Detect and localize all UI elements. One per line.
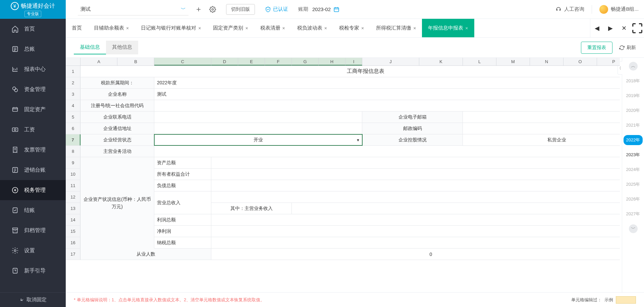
asset-total-value[interactable] (211, 157, 620, 168)
gear-icon[interactable] (209, 6, 216, 13)
add-icon[interactable] (195, 6, 202, 13)
col-header-E[interactable]: E (238, 58, 265, 65)
refresh-button[interactable]: 刷新 (619, 45, 636, 51)
col-header-P[interactable]: P (597, 58, 620, 65)
year-2023年[interactable]: 2023年 (622, 150, 644, 160)
close-icon[interactable]: × (126, 26, 129, 31)
col-header-D[interactable]: D (211, 58, 238, 65)
row-header-1[interactable]: 1 (66, 66, 80, 77)
address-value[interactable] (154, 123, 362, 134)
main-revenue-value[interactable] (292, 203, 620, 214)
postcode-value[interactable] (463, 123, 620, 134)
status-value-dropdown[interactable]: 开业 (154, 134, 362, 145)
year-2019年[interactable]: 2019年 (622, 91, 644, 101)
liability-value[interactable] (211, 180, 620, 191)
sidebar-item-funds[interactable]: 资金管理 (0, 79, 66, 99)
tab-3[interactable]: 税表清册× (254, 19, 291, 37)
col-header-F[interactable]: F (265, 58, 292, 65)
tab-0[interactable]: 目辅助余额表× (88, 19, 135, 37)
spreadsheet[interactable]: ABCDEFGHIJKLMNOPQ 1工商年报信息表2税款所属期间：2022年度… (66, 58, 620, 292)
reg-code-value[interactable] (154, 100, 620, 111)
close-icon[interactable]: × (245, 26, 248, 31)
col-header-O[interactable]: O (564, 58, 597, 65)
col-header-G[interactable]: G (292, 58, 319, 65)
company-name-value[interactable]: 测试 (154, 89, 620, 100)
col-header-B[interactable]: B (117, 58, 154, 65)
close-icon[interactable]: × (198, 26, 201, 31)
row-header-3[interactable]: 3 (66, 89, 80, 100)
period-value-cell[interactable]: 2022年度 (154, 77, 620, 88)
year-2025年[interactable]: 2025年 (622, 179, 644, 189)
row-header-8[interactable]: 8 (66, 146, 80, 157)
equity-value[interactable] (211, 169, 620, 180)
close-icon[interactable]: × (324, 26, 327, 31)
year-2021年[interactable]: 2021年 (622, 120, 644, 130)
sidebar-item-invoice[interactable]: 发票管理 (0, 140, 66, 160)
year-up-button[interactable]: ︿ (629, 62, 638, 71)
year-down-button[interactable]: ﹀ (629, 224, 638, 233)
row-header-6[interactable]: 6 (66, 123, 80, 134)
tab-6[interactable]: 所得税汇算清缴× (370, 19, 422, 37)
row-header-9[interactable]: 9 (66, 157, 80, 169)
unpin-button[interactable]: 取消固定 (0, 292, 66, 307)
row-header-4[interactable]: 4 (66, 100, 80, 111)
email-value[interactable] (463, 112, 620, 123)
sidebar-item-close[interactable]: 结账 (0, 200, 66, 220)
year-2022年[interactable]: 2022年 (624, 135, 643, 145)
reset-report-button[interactable]: 重置报表 (581, 42, 612, 54)
fullscreen-button[interactable] (631, 19, 644, 38)
main-biz-value[interactable] (154, 146, 620, 157)
sidebar-item-tax[interactable]: 税务管理 (0, 180, 66, 200)
sidebar-item-inout[interactable]: 进销台账 (0, 160, 66, 180)
row-header-5[interactable]: 5 (66, 112, 80, 123)
year-2024年[interactable]: 2024年 (622, 165, 644, 175)
row-header-13[interactable]: 13 (66, 203, 80, 214)
col-header-M[interactable]: M (496, 58, 530, 65)
sidebar-item-asset[interactable]: 固定资产 (0, 99, 66, 120)
tab-7[interactable]: 年报信息申报表× (422, 19, 474, 37)
sidebar-item-report[interactable]: 报表中心 (0, 59, 66, 79)
revenue-value[interactable] (211, 191, 620, 203)
year-2020年[interactable]: 2020年 (622, 105, 644, 116)
tax-total-value[interactable] (211, 237, 620, 248)
col-header-L[interactable]: L (463, 58, 496, 65)
close-icon[interactable]: × (282, 26, 285, 31)
col-header-J[interactable]: J (362, 58, 419, 65)
sidebar-item-guide[interactable]: 新手引导 (0, 261, 66, 281)
sheet-corner[interactable] (66, 58, 80, 65)
col-header-K[interactable]: K (419, 58, 463, 65)
close-icon[interactable]: × (413, 26, 416, 31)
sidebar-item-settings[interactable]: 设置 (0, 240, 66, 261)
row-header-11[interactable]: 11 (66, 180, 80, 191)
switch-old-button[interactable]: 切到旧版 (226, 4, 255, 15)
calendar-icon[interactable] (333, 6, 339, 12)
employee-count-value[interactable]: 0 (211, 249, 620, 260)
close-icon[interactable]: × (465, 26, 468, 31)
net-profit-value[interactable] (211, 226, 620, 237)
col-header-I[interactable]: I (345, 58, 362, 65)
tab-home[interactable]: 首页 (66, 19, 88, 37)
phone-value[interactable] (154, 112, 362, 123)
col-header-H[interactable]: H (319, 58, 345, 65)
sidebar-item-ledger[interactable]: 总账 (0, 39, 66, 59)
tab-close-all-button[interactable]: ✕ (617, 19, 631, 38)
year-2018年[interactable]: 2018年 (622, 76, 644, 86)
holding-value[interactable]: 私营企业 (463, 134, 620, 145)
row-header-2[interactable]: 2 (66, 77, 80, 88)
row-header-15[interactable]: 15 (66, 226, 80, 237)
year-2026年[interactable]: 2026年 (622, 194, 644, 204)
year-2027年[interactable]: 2027年 (622, 209, 644, 219)
row-header-10[interactable]: 10 (66, 169, 80, 180)
sidebar-item-archive[interactable]: 归档管理 (0, 220, 66, 240)
row-header-7[interactable]: 7 (66, 134, 80, 145)
col-header-A[interactable]: A (80, 58, 117, 65)
company-dropdown[interactable]: 测试 ﹀ (78, 3, 189, 15)
col-header-N[interactable]: N (530, 58, 564, 65)
tab-2[interactable]: 固定资产类别× (207, 19, 254, 37)
tabs-next-button[interactable]: ▶ (604, 19, 617, 38)
consult-button[interactable]: 人工咨询 (555, 6, 584, 12)
sub-tab-0[interactable]: 基础信息 (74, 41, 106, 54)
tabs-prev-button[interactable]: ◀ (590, 19, 604, 38)
sidebar-item-home[interactable]: 首页 (0, 19, 66, 39)
tab-5[interactable]: 税检专家× (333, 19, 370, 37)
